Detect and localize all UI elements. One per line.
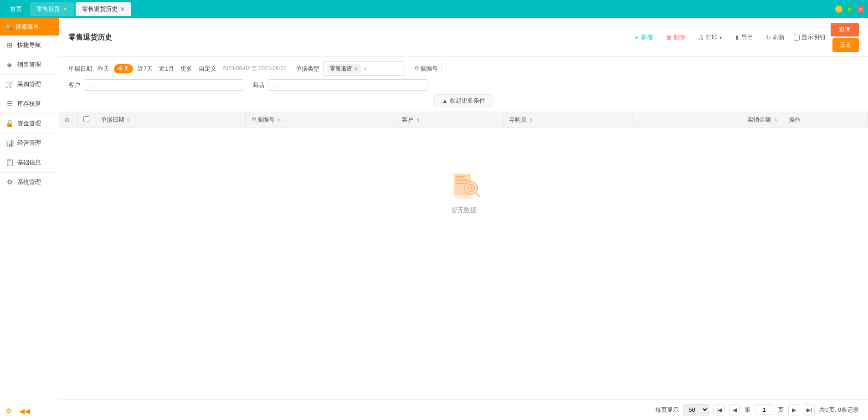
th-amount[interactable]: 实销金额 ⇅ — [632, 112, 783, 128]
show-detail-label: 显示明细 — [801, 33, 825, 41]
refresh-icon: ↻ — [766, 34, 771, 41]
sidebar-item-finance-label: 资金管理 — [17, 119, 41, 128]
doctype-select[interactable]: 零售退货 ✕ ∨ — [323, 61, 405, 76]
pagination-bar: 每页显示 10 20 50 100 |◀ ◀ 第 页 ▶ ▶| 共0页, 0条记… — [59, 399, 868, 420]
docnum-filter-group: 单据编号 — [414, 63, 578, 74]
date-opt-custom[interactable]: 自定义 — [197, 64, 218, 74]
sidebar-item-inventory[interactable]: ☰ 库存核算 — [0, 94, 59, 114]
th-action-label: 操作 — [789, 116, 801, 123]
select-all-checkbox[interactable] — [83, 116, 89, 122]
settings-gear-icon[interactable]: ⚙ — [5, 407, 12, 415]
th-settings[interactable]: ⊙ — [59, 112, 77, 128]
goods-placeholder: ... — [272, 82, 277, 88]
collapse-up-icon: ▲ — [442, 97, 448, 104]
system-icon: ⚙ — [5, 178, 14, 186]
date-opt-today[interactable]: 今天 — [114, 64, 133, 73]
page-first-button[interactable]: |◀ — [714, 405, 724, 415]
window-controls: — □ ✕ — [835, 5, 864, 13]
print-dropdown-icon: ▾ — [719, 35, 722, 40]
sales-mgmt-icon: ◈ — [5, 61, 14, 69]
date-opt-last1month[interactable]: 近1月 — [157, 64, 176, 74]
sidebar-item-basic-info-label: 基础信息 — [17, 159, 41, 167]
tab-home[interactable]: 首页 — [4, 2, 28, 16]
page-total: 共0页, 0条记录 — [819, 406, 859, 414]
sidebar-item-sales-mgmt[interactable]: ◈ 销售管理 — [0, 55, 59, 75]
tab-retail-return-history[interactable]: 零售退货历史 ✕ — [76, 2, 131, 16]
collapse-more-button[interactable]: ▲ 收起更多条件 — [434, 94, 493, 107]
column-settings-icon[interactable]: ⊙ — [65, 117, 70, 123]
tab-retail-return[interactable]: 零售退货 ✕ — [30, 2, 74, 16]
table-area: ⊙ 单据日期 ⇅ 单据编号 ⇅ — [59, 112, 868, 399]
print-button[interactable]: 🖨 打印 ▾ — [694, 31, 725, 43]
window-maximize-button[interactable]: □ — [846, 5, 853, 13]
window-minimize-button[interactable]: — — [835, 5, 842, 13]
sidebar-item-system-label: 系统管理 — [17, 178, 41, 186]
query-button[interactable]: 查询 — [831, 23, 859, 36]
basic-info-icon: 📋 — [5, 159, 14, 167]
page-prev-button[interactable]: ◀ — [729, 405, 740, 415]
tab-retail-return-close[interactable]: ✕ — [63, 6, 67, 12]
page-label: 页 — [778, 406, 784, 414]
sidebar-item-purchase-mgmt-label: 采购管理 — [17, 80, 41, 88]
print-icon: 🖨 — [698, 34, 704, 41]
collapse-label: 收起更多条件 — [450, 97, 485, 105]
search-menu-button[interactable]: 🔍 搜索菜单 — [0, 18, 59, 36]
delete-label: 删除 — [673, 33, 685, 41]
finance-icon: 🔒 — [5, 119, 14, 128]
date-filter-group: 单据日期 昨天 今天 近7天 近1月 更多 自定义 2023-06-02 至 2… — [68, 64, 287, 74]
sidebar-item-quick-nav[interactable]: ⊞ 快捷导航 — [0, 36, 59, 55]
th-customer[interactable]: 客户 ⇅ — [396, 112, 503, 128]
main-layout: 🔍 搜索菜单 ⊞ 快捷导航 ◈ 销售管理 🛒 采购管理 ☰ 库存核算 🔒 资 — [0, 18, 868, 420]
data-table: ⊙ 单据日期 ⇅ 单据编号 ⇅ — [59, 112, 868, 128]
guide-sort-icon: ⇅ — [529, 118, 533, 123]
new-icon: ＋ — [633, 33, 639, 41]
th-customer-label: 客户 — [402, 116, 414, 123]
sidebar-item-operations[interactable]: 📊 经营管理 — [0, 133, 59, 153]
th-date[interactable]: 单据日期 ⇅ — [95, 112, 246, 128]
page-info-label: 第 — [745, 406, 750, 414]
sidebar-item-purchase-mgmt[interactable]: 🛒 采购管理 — [0, 75, 59, 94]
th-guide[interactable]: 导购员 ⇅ — [503, 112, 632, 128]
speaker-icon[interactable]: ◀◀ — [19, 407, 30, 415]
tab-retail-return-history-close[interactable]: ✕ — [120, 6, 125, 12]
customer-select[interactable]: ... — [84, 79, 243, 91]
inventory-icon: ☰ — [5, 100, 14, 108]
tab-bar: 首页 零售退货 ✕ 零售退货历史 ✕ — □ ✕ — [0, 0, 868, 18]
customer-placeholder: ... — [88, 82, 93, 88]
customer-filter-group: 客户 ... — [68, 79, 243, 91]
set-button[interactable]: 设置 — [832, 38, 859, 52]
show-detail-checkbox[interactable] — [794, 35, 800, 41]
page-header: 零售退货历史 ＋ 新增 🗑 删除 🖨 打印 ▾ ⬆ 导出 — [59, 18, 868, 57]
date-opt-more[interactable]: 更多 — [179, 64, 194, 74]
date-range: 2023-06-02 至 2023-06-02 — [222, 65, 286, 72]
sidebar-item-finance[interactable]: 🔒 资金管理 — [0, 114, 59, 133]
doctype-tag-close[interactable]: ✕ — [354, 66, 358, 72]
export-button[interactable]: ⬆ 导出 — [731, 31, 757, 43]
date-opt-last7[interactable]: 近7天 — [136, 64, 154, 74]
page-size-select[interactable]: 10 20 50 100 — [683, 404, 709, 415]
page-next-button[interactable]: ▶ — [788, 405, 799, 415]
new-button[interactable]: ＋ 新增 — [630, 31, 657, 43]
sidebar-item-system[interactable]: ⚙ 系统管理 — [0, 173, 59, 192]
date-opt-yesterday[interactable]: 昨天 — [96, 64, 111, 74]
filter-row-1: 单据日期 昨天 今天 近7天 近1月 更多 自定义 2023-06-02 至 2… — [68, 61, 859, 76]
date-sort-icon: ⇅ — [127, 118, 130, 123]
th-checkbox[interactable] — [77, 112, 95, 128]
customer-filter-label: 客户 — [68, 81, 80, 89]
sidebar: 🔍 搜索菜单 ⊞ 快捷导航 ◈ 销售管理 🛒 采购管理 ☰ 库存核算 🔒 资 — [0, 18, 59, 420]
th-number[interactable]: 单据编号 ⇅ — [246, 112, 396, 128]
export-label: 导出 — [741, 33, 753, 41]
content-area: 零售退货历史 ＋ 新增 🗑 删除 🖨 打印 ▾ ⬆ 导出 — [59, 18, 868, 420]
sidebar-item-basic-info[interactable]: 📋 基础信息 — [0, 153, 59, 173]
docnum-input[interactable] — [442, 63, 578, 74]
window-close-button[interactable]: ✕ — [857, 5, 864, 13]
page-last-button[interactable]: ▶| — [804, 405, 815, 415]
goods-select[interactable]: ... — [268, 79, 427, 91]
delete-button[interactable]: 🗑 删除 — [662, 31, 689, 43]
refresh-button[interactable]: ↻ 刷新 — [762, 31, 788, 43]
show-detail-checkbox-label[interactable]: 显示明细 — [794, 33, 825, 41]
export-icon: ⬆ — [734, 34, 740, 41]
goods-filter-group: 商品 ... — [252, 79, 427, 91]
search-menu-label: 搜索菜单 — [15, 23, 39, 31]
page-number-input[interactable] — [755, 405, 773, 415]
